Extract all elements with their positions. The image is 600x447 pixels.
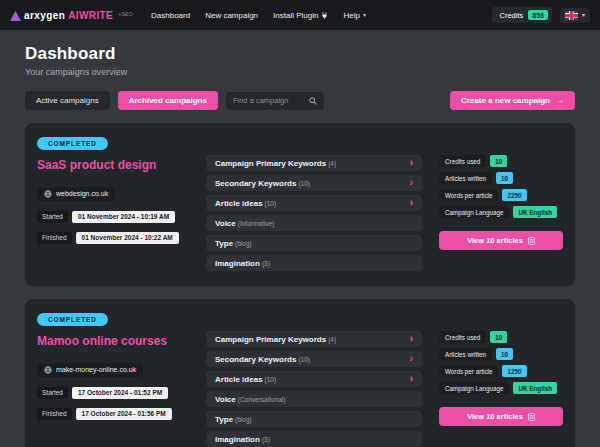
top-nav: Dashboard New campaign Install Plugin He…: [151, 11, 366, 20]
card-grid: Mamoo online courses make-money-online.c…: [37, 331, 563, 447]
finished-value: 01 November 2024 - 10:22 AM: [76, 232, 179, 244]
campaign-stats-column: Credits used 10 Articles written 10 Word…: [439, 155, 563, 275]
flag-icon: [565, 11, 578, 20]
create-campaign-label: Create a new campaign: [461, 96, 550, 105]
nav-help[interactable]: Help ▾: [343, 11, 365, 20]
chevron-right-icon: ›: [410, 354, 413, 364]
accordion-article-ideas[interactable]: Article ideas(10) ›: [206, 195, 422, 211]
campaign-domain: webdesign.co.uk: [56, 190, 108, 197]
row-value: (blog): [235, 416, 252, 423]
chevron-right-icon: ›: [410, 198, 413, 208]
stat-credits-used: Credits used 10: [439, 155, 563, 167]
finished-row: Finished 01 November 2024 - 10:22 AM: [37, 232, 189, 244]
stat-label: Words per article: [439, 189, 498, 201]
stat-label: Campaign Language: [439, 382, 509, 394]
stat-label: Credits used: [439, 331, 486, 343]
stat-value-badge: 10: [496, 172, 513, 184]
chevron-down-icon: ▾: [363, 12, 366, 18]
stat-campaign-language: Campaign Language UK English: [439, 382, 563, 394]
accordion-label: Secondary Keywords(10): [215, 179, 310, 188]
chevron-right-icon: ›: [410, 374, 413, 384]
stat-label: Articles written: [439, 172, 492, 184]
row-value: (Informative): [238, 220, 274, 227]
topbar: arxygenAIWRITE +SEO Dashboard New campai…: [0, 0, 600, 30]
row-voice: Voice(Informative): [206, 215, 422, 231]
campaign-details-column: Campaign Primary Keywords(4) › Secondary…: [206, 331, 422, 447]
search-input[interactable]: [233, 96, 305, 105]
main-content: Dashboard Your campaigns overview Active…: [0, 30, 600, 447]
campaign-card: COMPLETED SaaS product design webdesign.…: [25, 123, 575, 286]
row-value: (3): [262, 436, 270, 443]
stat-words-per-article: Words per article 2250: [439, 189, 563, 201]
row-imagination: Imagination(3): [206, 255, 422, 271]
logo-icon: [10, 11, 21, 21]
stat-label: Campaign Language: [439, 206, 509, 218]
accordion-count: (4): [328, 336, 336, 343]
campaign-title: SaaS product design: [37, 159, 189, 173]
row-label: Type(blog): [215, 239, 252, 248]
accordion-article-ideas[interactable]: Article ideas(10) ›: [206, 371, 422, 387]
started-value: 17 October 2024 - 01:52 PM: [72, 387, 168, 399]
started-row: Started 01 November 2024 - 10:19 AM: [37, 211, 189, 223]
stat-value-badge: 2250: [502, 189, 526, 201]
accordion-label: Article ideas(10): [215, 375, 276, 384]
started-label: Started: [37, 387, 68, 399]
card-grid: SaaS product design webdesign.co.uk Star…: [37, 155, 563, 275]
accordion-count: (10): [265, 376, 277, 383]
row-voice: Voice(Conversational): [206, 391, 422, 407]
view-articles-label: View 10 articles: [467, 236, 523, 245]
stat-credits-used: Credits used 10: [439, 331, 563, 343]
stat-label: Articles written: [439, 348, 492, 360]
finished-value: 17 October 2024 - 01:56 PM: [76, 408, 172, 420]
view-articles-button[interactable]: View 10 articles: [439, 407, 563, 426]
arrow-right-icon: →: [556, 97, 564, 105]
stat-value-badge: UK English: [513, 206, 557, 218]
credits-pill[interactable]: Credits 853: [492, 7, 552, 23]
tab-active-campaigns[interactable]: Active campaigns: [25, 91, 110, 110]
stat-value-badge: 1250: [502, 365, 526, 377]
row-label: Type(blog): [215, 415, 252, 424]
nav-dashboard-label: Dashboard: [151, 11, 190, 20]
accordion-count: (10): [298, 180, 310, 187]
tabs-row: Active campaigns Archived campaigns Crea…: [25, 91, 575, 110]
credits-label: Credits: [500, 11, 524, 20]
nav-dashboard[interactable]: Dashboard: [151, 11, 190, 20]
finished-label: Finished: [37, 408, 72, 420]
campaign-domain: make-money-online.co.uk: [56, 366, 136, 373]
campaign-info-column: Mamoo online courses make-money-online.c…: [37, 331, 189, 447]
chevron-right-icon: ›: [410, 158, 413, 168]
stat-label: Words per article: [439, 365, 498, 377]
finished-row: Finished 17 October 2024 - 01:56 PM: [37, 408, 189, 420]
nav-new-campaign[interactable]: New campaign: [205, 11, 258, 20]
user-menu[interactable]: ▾: [560, 8, 590, 23]
stat-articles-written: Articles written 10: [439, 172, 563, 184]
stat-words-per-article: Words per article 1250: [439, 365, 563, 377]
campaign-domain-chip[interactable]: make-money-online.co.uk: [37, 363, 143, 377]
accordion-secondary-keywords[interactable]: Secondary Keywords(10) ›: [206, 175, 422, 191]
started-value: 01 November 2024 - 10:19 AM: [72, 211, 175, 223]
accordion-primary-keywords[interactable]: Campaign Primary Keywords(4) ›: [206, 331, 422, 347]
row-value: (blog): [235, 240, 252, 247]
campaign-domain-chip[interactable]: webdesign.co.uk: [37, 187, 115, 201]
view-articles-label: View 10 articles: [467, 412, 523, 421]
accordion-secondary-keywords[interactable]: Secondary Keywords(10) ›: [206, 351, 422, 367]
campaign-info-column: SaaS product design webdesign.co.uk Star…: [37, 155, 189, 275]
nav-install-plugin[interactable]: Install Plugin: [273, 11, 328, 20]
accordion-count: (4): [328, 160, 336, 167]
create-campaign-button[interactable]: Create a new campaign →: [450, 91, 575, 110]
view-articles-button[interactable]: View 10 articles: [439, 231, 563, 250]
row-value: (3): [262, 260, 270, 267]
row-value: (Conversational): [238, 396, 286, 403]
nav-new-campaign-label: New campaign: [205, 11, 258, 20]
started-row: Started 17 October 2024 - 01:52 PM: [37, 387, 189, 399]
row-label: Voice(Conversational): [215, 395, 285, 404]
row-type: Type(blog): [206, 235, 422, 251]
tab-archived-campaigns[interactable]: Archived campaigns: [118, 91, 218, 110]
stat-articles-written: Articles written 10: [439, 348, 563, 360]
topbar-right: Credits 853 ▾: [492, 7, 590, 23]
accordion-primary-keywords[interactable]: Campaign Primary Keywords(4) ›: [206, 155, 422, 171]
chevron-right-icon: ›: [410, 178, 413, 188]
search-box[interactable]: [226, 92, 324, 110]
globe-icon: [44, 190, 52, 198]
logo[interactable]: arxygenAIWRITE +SEO: [10, 10, 133, 21]
